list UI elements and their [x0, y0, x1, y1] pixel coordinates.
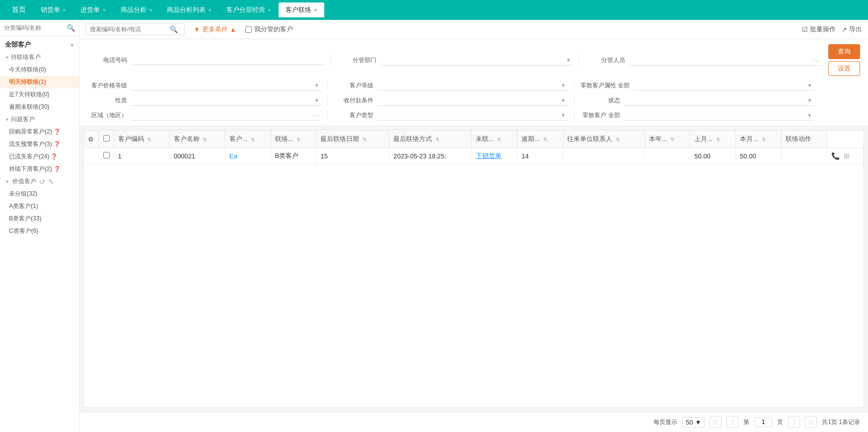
- search-input[interactable]: [90, 26, 169, 33]
- sidebar-item-today[interactable]: 今天待联络(0): [0, 64, 79, 76]
- export-btn[interactable]: ↗ 导出: [842, 25, 862, 34]
- phone-icon[interactable]: 📞: [831, 152, 840, 160]
- per-page-select[interactable]: 50 ▼: [682, 417, 705, 428]
- close-icon[interactable]: ×: [314, 7, 317, 13]
- question-icon: ❓: [54, 129, 61, 135]
- export-icon: ↗: [842, 26, 847, 33]
- question-icon: ❓: [54, 141, 61, 147]
- row-type: B类客户: [271, 148, 316, 164]
- sidebar-item-churn-warning[interactable]: 流失预警客户(3) ❓: [0, 138, 79, 150]
- nav-goods-analysis[interactable]: 商品分析 ×: [114, 2, 159, 17]
- sidebar-item-tomorrow[interactable]: 明天待联络(1): [0, 76, 79, 88]
- sidebar-search-icon[interactable]: 🔍: [67, 24, 75, 32]
- page-first-btn[interactable]: ⟨⟨: [710, 416, 722, 428]
- sidebar-item-churned[interactable]: 已流失客户(24) ❓: [0, 150, 79, 163]
- table-col-name: 客户名称 ⇅: [169, 131, 225, 148]
- set-button[interactable]: 设置: [828, 61, 860, 76]
- sort-icon: ⇅: [616, 137, 620, 142]
- sidebar: 🔍 全部客户 « 待联络客户 今天待联络(0) 明天待联络(1) 近7天待联络(…: [0, 20, 79, 432]
- filter-row-1: 电话号码 分管部门 ▼ 分管人员 ···: [87, 44, 860, 76]
- filter-retail-attr-select[interactable]: ▼: [634, 80, 814, 91]
- filter-phone-input[interactable]: [131, 56, 324, 65]
- table-col-this-month: 本月... ⇅: [736, 131, 782, 148]
- table-col-type: 客户... ⇅: [225, 131, 271, 148]
- row-last-date: 2023-05-23 18:25:: [389, 148, 471, 164]
- filter-nature-select[interactable]: ▼: [131, 95, 321, 106]
- nav-customer-contact[interactable]: 客户联络 ×: [279, 2, 324, 17]
- row-code: 000021: [169, 148, 225, 164]
- nav-customer-tier[interactable]: 客户分层经营 ×: [219, 2, 278, 17]
- nav-sales[interactable]: 销货单 ×: [34, 2, 72, 17]
- nav-goods-analysis-list[interactable]: 商品分析列表 ×: [160, 2, 218, 17]
- filter-customer-type-select[interactable]: ▼: [377, 110, 568, 121]
- filter-region: 区域（地区） ···: [87, 110, 321, 121]
- filter-payment-select[interactable]: ▼: [377, 95, 568, 106]
- sidebar-item-7days[interactable]: 近7天待联络(0): [0, 88, 79, 101]
- filter-phone: 电话号码: [87, 56, 324, 65]
- toolbar: 🔍 ▼ 更多条件 ▲ 我分管的客户 ☑ 批量操作 ↗ 导出: [79, 20, 868, 39]
- filter-person-select[interactable]: ···: [629, 55, 822, 66]
- page-last-btn[interactable]: ⟩⟩: [805, 416, 817, 428]
- filter-region-label: 区域（地区）: [87, 111, 127, 120]
- chevron-down-icon: ▼: [314, 82, 319, 88]
- row-last-method: 下销货单: [471, 148, 517, 164]
- filter-more-btn[interactable]: ▼ 更多条件 ▲: [190, 23, 240, 36]
- sidebar-group-value[interactable]: 价值客户 ↺ ✎: [0, 175, 79, 188]
- last-method-link[interactable]: 下销货单: [476, 152, 502, 159]
- filter-dept: 分管部门 ▼: [337, 55, 574, 66]
- filter-price-level: 客户价格等级 ▼: [87, 80, 321, 91]
- filter-customer-level-select[interactable]: ▼: [377, 80, 568, 91]
- filter-price-level-select[interactable]: ▼: [131, 80, 321, 91]
- settings-icon[interactable]: ⚙: [88, 136, 94, 143]
- sidebar-group-pending[interactable]: 待联络客户: [0, 51, 79, 64]
- row-select-checkbox[interactable]: [103, 152, 110, 158]
- close-icon[interactable]: ×: [149, 7, 152, 13]
- batch-op-btn[interactable]: ☑ 批量操作: [802, 25, 836, 34]
- filter-payment-label: 收付款条件: [334, 96, 373, 105]
- filter-actions: 查询 设置: [828, 44, 860, 76]
- select-all-checkbox[interactable]: [103, 135, 110, 142]
- collapse-icon[interactable]: «: [70, 41, 74, 49]
- filter-region-select[interactable]: ···: [131, 110, 321, 121]
- search-icon[interactable]: 🔍: [169, 25, 178, 33]
- sidebar-item-overdue[interactable]: 逾期未联络(30): [0, 101, 79, 113]
- filter-icon: ▼: [194, 26, 200, 33]
- divider: [330, 55, 331, 65]
- my-customers-checkbox-label[interactable]: 我分管的客户: [245, 25, 293, 34]
- filter-dept-select[interactable]: ▼: [380, 55, 574, 66]
- close-icon[interactable]: ×: [102, 7, 105, 13]
- sidebar-item-class-b[interactable]: B类客户(33): [0, 213, 79, 225]
- sidebar-item-class-c[interactable]: C类客户(6): [0, 225, 79, 237]
- nav-purchase[interactable]: 进货单 ×: [73, 2, 112, 17]
- chevron-down-icon: ▼: [695, 419, 701, 426]
- sidebar-search-input[interactable]: [4, 24, 67, 31]
- page-input[interactable]: [754, 417, 772, 427]
- filter-retail-customer-select[interactable]: ▼: [624, 110, 814, 121]
- sidebar-item-declining[interactable]: 持续下滑客户(2) ❓: [0, 163, 79, 175]
- sort-icon: ⇅: [203, 137, 207, 142]
- table-col-checkbox: [99, 131, 114, 148]
- close-icon[interactable]: ×: [208, 7, 211, 13]
- page-next-btn[interactable]: ⟩: [788, 416, 800, 428]
- sidebar-group-problem[interactable]: 问题客户: [0, 113, 79, 126]
- close-icon[interactable]: ×: [63, 7, 66, 13]
- sidebar-all-customers[interactable]: 全部客户 «: [0, 36, 79, 51]
- my-customers-checkbox[interactable]: [245, 26, 252, 33]
- edit-icon[interactable]: ✎: [48, 178, 54, 186]
- refresh-icon[interactable]: ↺: [39, 178, 45, 186]
- row-gear: [84, 148, 99, 164]
- more-icon: ···: [312, 111, 320, 119]
- page-prev-btn[interactable]: ⟨: [726, 416, 738, 428]
- filter-status-select[interactable]: ▼: [624, 95, 814, 106]
- query-button[interactable]: 查询: [828, 44, 860, 59]
- grid-icon[interactable]: ⊞: [844, 152, 850, 160]
- sidebar-item-repurchase-abnormal[interactable]: 回购异常客户(2) ❓: [0, 126, 79, 138]
- chevron-down-icon: ▼: [566, 57, 571, 63]
- close-icon[interactable]: ×: [268, 7, 271, 13]
- nav-home[interactable]: 首页: [5, 2, 33, 17]
- sidebar-item-ungrouped[interactable]: 未分组(32): [0, 188, 79, 200]
- chevron-down-icon: ▼: [561, 112, 566, 118]
- more-icon: ···: [813, 56, 820, 64]
- table-col-action: 联络动作: [781, 131, 827, 148]
- sidebar-item-class-a[interactable]: A类客户(1): [0, 200, 79, 213]
